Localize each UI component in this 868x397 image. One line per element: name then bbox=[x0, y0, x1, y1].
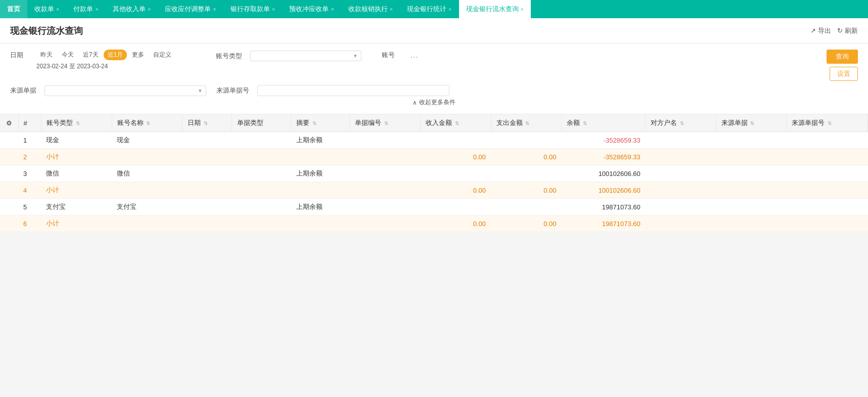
date-opt-yesterday[interactable]: 昨天 bbox=[36, 50, 57, 60]
refresh-button[interactable]: ↻ 刷新 bbox=[837, 26, 858, 35]
cell-account-name bbox=[112, 215, 182, 232]
table-container: ⚙ # 账号类型 ⇅ 账号名称 ⇅ 日期 ⇅ 单据类型 摘要 ⇅ bbox=[0, 114, 868, 232]
account-num-more-button[interactable]: ... bbox=[410, 51, 418, 60]
table-row: 1 现金 现金 上期余额 -3528659.33 bbox=[0, 132, 868, 149]
account-type-select[interactable]: ▾ bbox=[250, 51, 361, 61]
cell-summary bbox=[291, 149, 350, 165]
cell-summary: 上期余额 bbox=[291, 132, 350, 149]
table-row: 5 支付宝 支付宝 上期余额 19871073.60 bbox=[0, 199, 868, 215]
cell-index: 5 bbox=[18, 199, 41, 215]
column-balance[interactable]: 余额 ⇅ bbox=[562, 114, 646, 132]
refresh-icon: ↻ bbox=[837, 27, 843, 34]
sort-icon: ⇅ bbox=[828, 120, 832, 126]
column-counterparty[interactable]: 对方户名 ⇅ bbox=[646, 114, 716, 132]
cell-income: 0.00 bbox=[420, 215, 491, 232]
cell-source-doc-num bbox=[787, 215, 868, 232]
close-icon[interactable]: × bbox=[331, 0, 334, 18]
sort-icon: ⇅ bbox=[680, 120, 684, 126]
source-row: 来源单据 ▾ 来源单据号 bbox=[10, 85, 858, 96]
column-account-name[interactable]: 账号名称 ⇅ bbox=[112, 114, 182, 132]
column-source-doc[interactable]: 来源单据 ⇅ bbox=[716, 114, 787, 132]
cell-doc-type bbox=[232, 165, 291, 182]
nav-item-bank-deposit[interactable]: 银行存取款单 × bbox=[223, 0, 282, 18]
date-options: 昨天 今天 近7天 近1月 更多 自定义 bbox=[36, 50, 175, 60]
cell-account-name: 微信 bbox=[112, 165, 182, 182]
cell-source-doc-num bbox=[787, 149, 868, 165]
cell-index: 6 bbox=[18, 215, 41, 232]
close-icon[interactable]: × bbox=[56, 0, 59, 18]
cell-doc-type bbox=[232, 182, 291, 199]
sort-icon: ⇅ bbox=[525, 120, 529, 126]
cell-income bbox=[420, 132, 491, 149]
source-doc-num-input[interactable] bbox=[257, 85, 449, 96]
date-label: 日期 bbox=[10, 51, 30, 60]
cell-income bbox=[420, 165, 491, 182]
date-opt-month[interactable]: 近1月 bbox=[104, 50, 127, 60]
nav-item-advance-offset[interactable]: 预收冲应收单 × bbox=[282, 0, 341, 18]
nav-item-other-income[interactable]: 其他收入单 × bbox=[106, 0, 158, 18]
close-icon[interactable]: × bbox=[213, 0, 216, 18]
close-icon[interactable]: × bbox=[390, 0, 393, 18]
column-date[interactable]: 日期 ⇅ bbox=[182, 114, 232, 132]
cell-account-type: 支付宝 bbox=[41, 199, 112, 215]
collapse-button[interactable]: ∧ 收起更多条件 bbox=[413, 98, 455, 107]
cell-counterparty bbox=[646, 215, 716, 232]
nav-item-collection-exec[interactable]: 收款核销执行 × bbox=[341, 0, 400, 18]
cell-balance: -3528659.33 bbox=[562, 149, 646, 165]
settings-button[interactable]: 设置 bbox=[830, 67, 858, 81]
nav-item-home[interactable]: 首页 bbox=[0, 0, 27, 18]
cell-counterparty bbox=[646, 165, 716, 182]
close-icon[interactable]: × bbox=[95, 0, 98, 18]
data-table: ⚙ # 账号类型 ⇅ 账号名称 ⇅ 日期 ⇅ 单据类型 摘要 ⇅ bbox=[0, 114, 868, 232]
cell-counterparty bbox=[646, 199, 716, 215]
chevron-down-icon: ▾ bbox=[199, 87, 202, 94]
nav-item-payment[interactable]: 付款单 × bbox=[66, 0, 105, 18]
date-opt-more[interactable]: 更多 bbox=[128, 50, 148, 60]
source-doc-select[interactable]: ▾ bbox=[44, 85, 206, 96]
cell-expense bbox=[491, 165, 562, 182]
date-opt-today[interactable]: 今天 bbox=[58, 50, 78, 60]
close-icon[interactable]: × bbox=[521, 0, 524, 18]
nav-item-bank-flow[interactable]: 现金银行流水查询 × bbox=[459, 0, 531, 18]
close-icon[interactable]: × bbox=[148, 0, 151, 18]
cell-date bbox=[182, 182, 232, 199]
column-income[interactable]: 收入金额 ⇅ bbox=[420, 114, 491, 132]
column-gear[interactable]: ⚙ bbox=[0, 114, 18, 132]
query-button[interactable]: 查询 bbox=[827, 50, 858, 64]
cell-expense: 0.00 bbox=[491, 215, 562, 232]
close-icon[interactable]: × bbox=[448, 0, 451, 18]
cell-gear bbox=[0, 132, 18, 149]
cell-expense: 0.00 bbox=[491, 182, 562, 199]
date-opt-custom[interactable]: 自定义 bbox=[149, 50, 175, 60]
cell-gear bbox=[0, 149, 18, 165]
column-source-doc-num[interactable]: 来源单据号 ⇅ bbox=[787, 114, 868, 132]
cell-account-name bbox=[112, 182, 182, 199]
export-icon: ↗ bbox=[810, 27, 816, 34]
cell-index: 3 bbox=[18, 165, 41, 182]
cell-account-type: 现金 bbox=[41, 132, 112, 149]
cell-summary: 上期余额 bbox=[291, 199, 350, 215]
chevron-down-icon: ▾ bbox=[354, 53, 357, 59]
sort-icon: ⇅ bbox=[146, 120, 150, 126]
sort-icon: ⇅ bbox=[583, 120, 587, 126]
nav-item-adjustment[interactable]: 应收应付调整单 × bbox=[158, 0, 223, 18]
nav-item-receipt[interactable]: 收款单 × bbox=[27, 0, 66, 18]
close-icon[interactable]: × bbox=[272, 0, 275, 18]
table-row: 3 微信 微信 上期余额 100102606.60 bbox=[0, 165, 868, 182]
table-row: 2 小计 0.00 0.00 -3528659.33 bbox=[0, 149, 868, 165]
export-button[interactable]: ↗ 导出 bbox=[810, 26, 831, 35]
cell-doc-num bbox=[350, 182, 421, 199]
column-doc-num[interactable]: 单据编号 ⇅ bbox=[350, 114, 421, 132]
source-doc-num-label: 来源单据号 bbox=[216, 86, 249, 95]
cell-date bbox=[182, 165, 232, 182]
cell-income bbox=[420, 199, 491, 215]
column-summary[interactable]: 摘要 ⇅ bbox=[291, 114, 350, 132]
cell-doc-num bbox=[350, 199, 421, 215]
nav-item-bank-stats[interactable]: 现金银行统计 × bbox=[400, 0, 459, 18]
cell-summary bbox=[291, 182, 350, 199]
cell-account-type: 小计 bbox=[41, 182, 112, 199]
date-opt-week[interactable]: 近7天 bbox=[79, 50, 103, 60]
cell-summary bbox=[291, 215, 350, 232]
column-expense[interactable]: 支出金额 ⇅ bbox=[491, 114, 562, 132]
column-account-type[interactable]: 账号类型 ⇅ bbox=[41, 114, 112, 132]
